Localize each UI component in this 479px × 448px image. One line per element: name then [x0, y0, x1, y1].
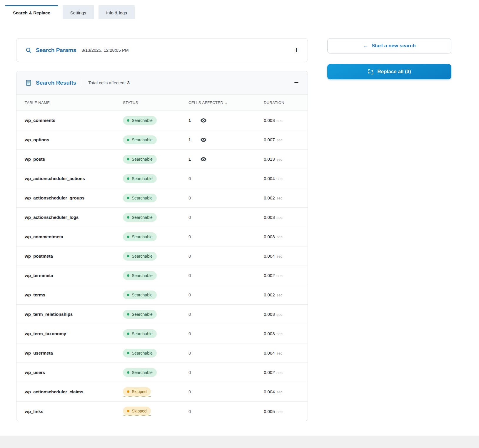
status-dot-icon	[127, 294, 129, 296]
expand-params-button[interactable]: +	[294, 46, 299, 54]
status-dot-icon	[127, 177, 129, 180]
status-label: Searchable	[132, 118, 153, 123]
duration-cell: 0.003 sec	[264, 331, 299, 336]
duration-unit: sec	[277, 351, 283, 355]
table-name-cell: wp_actionscheduler_groups	[25, 195, 123, 200]
status-cell: Searchable	[123, 155, 188, 164]
eye-icon[interactable]	[201, 157, 206, 161]
status-badge: Searchable	[123, 368, 157, 377]
status-label: Skipped	[132, 389, 147, 394]
status-dot-icon	[127, 390, 129, 393]
cells-affected-count: 0	[188, 176, 191, 181]
search-icon	[25, 47, 32, 53]
start-new-search-button[interactable]: ← Start a new search	[327, 38, 451, 53]
status-label: Searchable	[132, 157, 153, 162]
cells-affected-cell: 1	[188, 118, 264, 123]
table-row: wp_usermeta Searchable 0 0.004 sec	[16, 343, 308, 363]
eye-icon[interactable]	[201, 138, 206, 142]
table-row: wp_term_relationships Searchable 0 0.003…	[16, 305, 308, 324]
duration-unit: sec	[277, 332, 283, 336]
status-cell: Skipped	[123, 407, 188, 416]
cells-affected-cell: 0	[188, 215, 264, 220]
duration-cell: 0.004 sec	[264, 176, 299, 181]
cells-affected-count: 1	[188, 157, 191, 162]
tab-settings[interactable]: Settings	[63, 5, 94, 19]
table-row: wp_commentmeta Searchable 0 0.003 sec	[16, 227, 308, 246]
content-area: Search Params 8/13/2025, 12:28:05 PM + S…	[0, 19, 479, 421]
status-cell: Searchable	[123, 174, 188, 183]
table-row: wp_comments Searchable 1 0.003 sec	[16, 111, 308, 130]
duration-value: 0.004	[264, 389, 275, 394]
duration-value: 0.002	[264, 195, 275, 200]
status-badge: Searchable	[123, 174, 157, 183]
status-cell: Searchable	[123, 232, 188, 241]
duration-cell: 0.003 sec	[264, 118, 299, 123]
search-params-panel: Search Params 8/13/2025, 12:28:05 PM +	[16, 38, 308, 62]
status-label: Searchable	[132, 176, 153, 181]
eye-icon[interactable]	[201, 118, 206, 123]
table-row: wp_postmeta Searchable 0 0.004 sec	[16, 246, 308, 266]
table-row: wp_term_taxonomy Searchable 0 0.003 sec	[16, 324, 308, 343]
total-cells-value: 3	[127, 80, 130, 85]
search-results-panel: Search Results Total cells affected:3 − …	[16, 71, 308, 421]
cells-affected-count: 0	[188, 409, 191, 414]
duration-value: 0.007	[264, 137, 275, 142]
cells-affected-cell: 0	[188, 195, 264, 200]
tab-bar: Search & Replace Settings Info & logs	[0, 5, 479, 19]
status-cell: Searchable	[123, 368, 188, 377]
search-params-title: Search Params	[36, 47, 76, 53]
status-cell: Searchable	[123, 194, 188, 202]
cells-affected-count: 0	[188, 331, 191, 336]
search-results-title: Search Results	[36, 80, 76, 86]
status-cell: Searchable	[123, 291, 188, 299]
search-results-header: Search Results Total cells affected:3 −	[16, 71, 308, 95]
status-dot-icon	[127, 410, 129, 412]
duration-value: 0.002	[264, 273, 275, 278]
duration-value: 0.002	[264, 292, 275, 297]
cells-affected-count: 0	[188, 312, 191, 317]
right-column: ← Start a new search Replace all (3)	[327, 38, 451, 421]
tab-info-logs[interactable]: Info & logs	[99, 5, 135, 19]
status-label: Searchable	[132, 215, 153, 220]
cells-affected-count: 0	[188, 389, 191, 394]
status-cell: Searchable	[123, 252, 188, 261]
status-badge: Searchable	[123, 232, 157, 241]
table-name-cell: wp_terms	[25, 292, 123, 297]
column-header-cells-affected[interactable]: CELLS AFFECTED ↓	[188, 100, 264, 105]
cells-affected-count: 0	[188, 292, 191, 297]
cells-affected-cell: 0	[188, 409, 264, 414]
cells-affected-cell: 0	[188, 273, 264, 278]
collapse-results-button[interactable]: −	[294, 79, 299, 87]
status-badge: Searchable	[123, 213, 157, 222]
table-name-cell: wp_actionscheduler_actions	[25, 176, 123, 181]
duration-cell: 0.004 sec	[264, 350, 299, 355]
status-dot-icon	[127, 158, 129, 160]
table-row: wp_options Searchable 1 0.007 sec	[16, 130, 308, 150]
status-dot-icon	[127, 119, 129, 122]
status-cell: Skipped	[123, 387, 188, 397]
duration-unit: sec	[277, 370, 283, 375]
status-badge: Searchable	[123, 252, 157, 261]
duration-cell: 0.002 sec	[264, 273, 299, 278]
cells-affected-count: 1	[188, 137, 191, 142]
duration-unit: sec	[277, 312, 283, 317]
cells-affected-cell: 0	[188, 176, 264, 181]
status-badge: Searchable	[123, 155, 157, 164]
status-badge: Searchable	[123, 349, 157, 358]
left-column: Search Params 8/13/2025, 12:28:05 PM + S…	[16, 38, 308, 421]
status-badge: Searchable	[123, 291, 157, 299]
duration-unit: sec	[277, 274, 283, 278]
tab-search-replace[interactable]: Search & Replace	[5, 5, 58, 19]
cells-affected-cell: 0	[188, 312, 264, 317]
duration-value: 0.002	[264, 370, 275, 375]
status-label: Searchable	[132, 331, 153, 336]
duration-unit: sec	[277, 254, 283, 259]
cells-affected-cell: 0	[188, 254, 264, 259]
status-badge: Searchable	[123, 135, 157, 144]
table-name-cell: wp_options	[25, 137, 123, 142]
replace-all-button[interactable]: Replace all (3)	[327, 64, 451, 79]
cells-affected-cell: 0	[188, 331, 264, 336]
table-name-cell: wp_commentmeta	[25, 234, 123, 239]
table-row: wp_terms Searchable 0 0.002 sec	[16, 285, 308, 305]
status-dot-icon	[127, 274, 129, 277]
